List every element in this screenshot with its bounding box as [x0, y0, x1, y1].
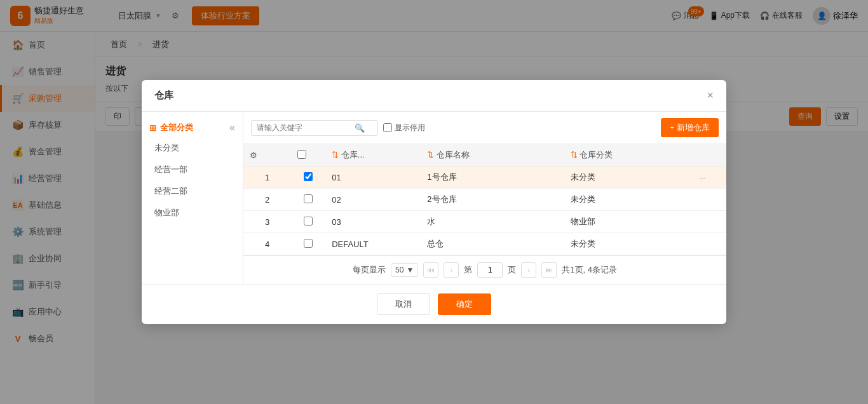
dialog-title: 仓库 — [154, 90, 173, 102]
row-more — [679, 189, 726, 211]
dialog-header: 仓库 × — [142, 80, 726, 112]
row-name: 1号仓库 — [421, 166, 564, 189]
col-header-checkbox — [291, 144, 325, 166]
category-all-header[interactable]: ⊞ 全部分类 « — [142, 118, 243, 137]
table-panel: 🔍 显示停用 + 新增仓库 ⚙ — [243, 112, 726, 284]
collapse-panel-icon[interactable]: « — [229, 122, 235, 133]
settings-icon: ⚙ — [250, 151, 257, 160]
row-name: 2号仓库 — [421, 189, 564, 211]
dialog-close-button[interactable]: × — [707, 89, 714, 102]
row-checkbox-cell — [291, 233, 325, 255]
show-disabled-checkbox[interactable] — [383, 123, 392, 132]
row-checkbox-cell — [291, 189, 325, 211]
cancel-button[interactable]: 取消 — [377, 293, 430, 315]
warehouse-dialog: 仓库 × ⊞ 全部分类 « 未分类 经营一部 — [142, 80, 726, 324]
sort-icon: ⇅ — [332, 150, 339, 159]
table-container: ⚙ ⇅ 仓库... ⇅ 仓库名称 — [243, 144, 726, 255]
row-code: DEFAULT — [325, 233, 421, 255]
category-panel: ⊞ 全部分类 « 未分类 经营一部 经营二部 物业部 — [142, 112, 243, 284]
search-input[interactable] — [257, 123, 352, 132]
add-warehouse-button[interactable]: + 新增仓库 — [661, 118, 719, 137]
row-code: 01 — [325, 166, 421, 189]
col-header-name: ⇅ 仓库名称 — [421, 144, 564, 166]
row-cat: 未分类 — [564, 233, 679, 255]
row-checkbox-cell — [291, 166, 325, 189]
show-disabled-label[interactable]: 显示停用 — [383, 123, 425, 133]
row-code: 03 — [325, 211, 421, 233]
select-arrow-icon: ▼ — [406, 266, 414, 274]
row-checkbox[interactable] — [304, 239, 313, 248]
row-name: 总仓 — [421, 233, 564, 255]
row-no: 3 — [243, 211, 291, 233]
total-info: 共1页, 4条记录 — [562, 264, 617, 276]
row-checkbox[interactable] — [304, 217, 313, 226]
warehouse-table: ⚙ ⇅ 仓库... ⇅ 仓库名称 — [243, 144, 726, 255]
category-item-dept2[interactable]: 经营二部 — [142, 180, 243, 202]
row-checkbox[interactable] — [304, 194, 313, 203]
search-box: 🔍 — [251, 120, 378, 136]
row-no: 1 — [243, 166, 291, 189]
row-cat: 物业部 — [564, 211, 679, 233]
sort-icon3: ⇅ — [571, 150, 578, 159]
page-label: 页 — [508, 264, 516, 276]
table-row[interactable]: 2 02 2号仓库 未分类 — [243, 189, 726, 211]
row-more — [679, 233, 726, 255]
select-all-checkbox[interactable] — [297, 150, 306, 159]
first-page-button[interactable]: ⏮ — [423, 262, 438, 278]
grid-icon: ⊞ — [149, 123, 156, 133]
row-more — [679, 211, 726, 233]
category-all-label: ⊞ 全部分类 — [149, 122, 193, 133]
table-row[interactable]: 4 DEFAULT 总仓 未分类 — [243, 233, 726, 255]
row-cat: 未分类 — [564, 189, 679, 211]
row-code: 02 — [325, 189, 421, 211]
confirm-button[interactable]: 确定 — [438, 293, 491, 315]
table-row[interactable]: 1 01 1号仓库 未分类 ··· — [243, 166, 726, 189]
row-name: 水 — [421, 211, 564, 233]
dialog-overlay: 仓库 × ⊞ 全部分类 « 未分类 经营一部 — [0, 0, 868, 404]
row-checkbox-cell — [291, 211, 325, 233]
col-header-more — [679, 144, 726, 166]
dialog-body: ⊞ 全部分类 « 未分类 经营一部 经营二部 物业部 — [142, 112, 726, 284]
row-checkbox[interactable] — [304, 172, 313, 181]
last-page-button[interactable]: ⏭ — [541, 262, 557, 278]
row-more: ··· — [679, 166, 726, 189]
sort-icon2: ⇅ — [427, 150, 434, 159]
table-row[interactable]: 3 03 水 物业部 — [243, 211, 726, 233]
category-item-property[interactable]: 物业部 — [142, 202, 243, 224]
search-icon: 🔍 — [355, 123, 365, 133]
page-number-input[interactable] — [477, 262, 503, 278]
col-header-settings: ⚙ — [243, 144, 291, 166]
prev-page-button[interactable]: ‹ — [444, 262, 459, 278]
row-cat: 未分类 — [564, 166, 679, 189]
pagination: 每页显示 50 ▼ ⏮ ‹ 第 页 › ⏭ 共1页, 4条记录 — [243, 255, 726, 284]
page-label-prefix: 第 — [464, 264, 472, 276]
per-page-label: 每页显示 — [353, 264, 386, 276]
col-header-cat: ⇅ 仓库分类 — [564, 144, 679, 166]
table-toolbar: 🔍 显示停用 + 新增仓库 — [243, 112, 726, 144]
row-no: 4 — [243, 233, 291, 255]
category-item-dept1[interactable]: 经营一部 — [142, 159, 243, 180]
category-item-none[interactable]: 未分类 — [142, 137, 243, 159]
dialog-footer: 取消 确定 — [142, 284, 726, 324]
per-page-select[interactable]: 50 ▼ — [391, 263, 418, 277]
row-more-button[interactable]: ··· — [699, 173, 706, 182]
row-no: 2 — [243, 189, 291, 211]
next-page-button[interactable]: › — [521, 262, 536, 278]
col-header-code: ⇅ 仓库... — [325, 144, 421, 166]
